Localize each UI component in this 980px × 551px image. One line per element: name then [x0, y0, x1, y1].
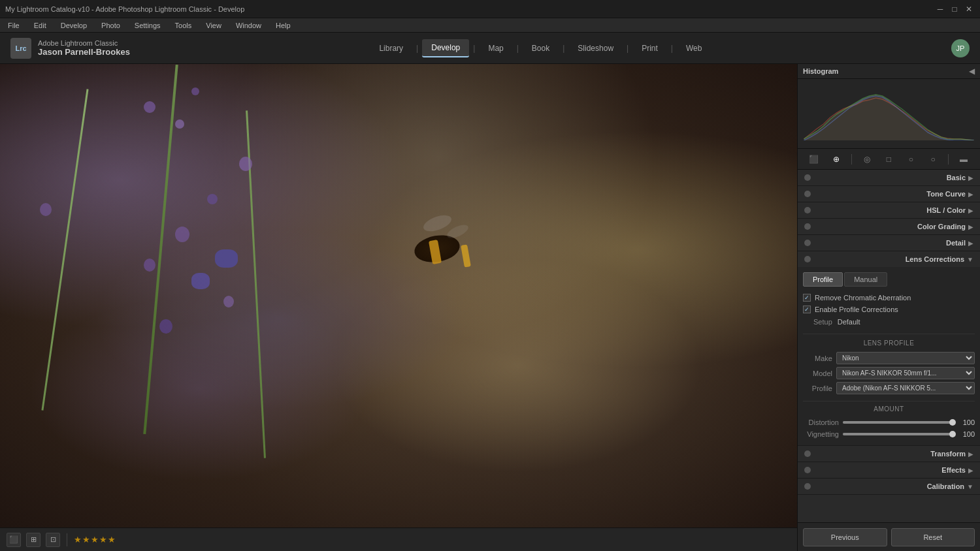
section-color-grading: Color Grading ▶	[798, 219, 980, 235]
tab-web[interactable]: Web	[677, 40, 711, 57]
adjustment-brush-tool[interactable]: ○	[926, 152, 940, 166]
distortion-value: 100	[956, 418, 975, 426]
window-controls[interactable]: ─ □ ✕	[934, 3, 975, 15]
tab-book[interactable]: Book	[523, 40, 559, 57]
section-tone-curve-title: Tone Curve	[815, 190, 966, 198]
amount-section: Amount Distortion 100	[803, 401, 975, 440]
lens-model-row: Model Nikon AF-S NIKKOR 50mm f/1...	[803, 366, 975, 381]
photo-area: ⬛ ⊞ ⊡ ★★★★★	[0, 64, 797, 551]
setup-value[interactable]: Default	[838, 318, 860, 326]
menu-settings[interactable]: Settings	[132, 20, 163, 31]
tab-develop[interactable]: Develop	[422, 39, 469, 57]
section-effects-chevron: ▶	[968, 467, 973, 474]
menu-develop[interactable]: Develop	[58, 20, 90, 31]
lens-profile-title: Lens Profile	[803, 339, 975, 347]
titlebar: My Lightroom Catalog-v10 - Adobe Photosh…	[0, 0, 980, 18]
menu-window[interactable]: Window	[233, 20, 264, 31]
section-detail-header[interactable]: Detail ▶	[798, 235, 980, 251]
section-tone-curve-toggle-icon	[804, 191, 811, 197]
section-tone-curve-header[interactable]: Tone Curve ▶	[798, 186, 980, 202]
distortion-label: Distortion	[803, 418, 839, 426]
section-transform-title: Transform	[815, 450, 966, 458]
red-eye-tool[interactable]: ◎	[860, 152, 874, 166]
histogram-title: Histogram	[803, 67, 838, 75]
panel-content: Basic ▶ Tone Curve ▶ HSL / Color	[798, 170, 980, 522]
section-basic-header[interactable]: Basic ▶	[798, 170, 980, 185]
lens-profile-select[interactable]: Adobe (Nikon AF-S NIKKOR 5...	[836, 382, 975, 394]
section-calibration-title: Calibration	[815, 482, 964, 490]
setup-label: Setup	[813, 318, 832, 326]
menu-edit[interactable]: Edit	[31, 20, 49, 31]
close-button[interactable]: ✕	[963, 3, 975, 15]
section-detail-chevron: ▶	[968, 240, 973, 247]
section-transform-chevron: ▶	[968, 450, 973, 458]
section-detail-title: Detail	[815, 239, 966, 247]
section-effects-header[interactable]: Effects ▶	[798, 462, 980, 478]
avatar: JP	[951, 39, 970, 57]
section-hsl: HSL / Color ▶	[798, 202, 980, 219]
reset-button[interactable]: Reset	[891, 528, 975, 546]
view-mode-button[interactable]: ⬛	[7, 533, 21, 547]
section-basic-toggle-icon	[804, 174, 811, 181]
menu-file[interactable]: File	[5, 20, 22, 31]
tab-slideshow[interactable]: Slideshow	[568, 40, 623, 57]
vignetting-row: Vignetting 100	[803, 428, 975, 440]
remove-chromatic-aberration-checkbox[interactable]: ✓	[803, 294, 811, 302]
section-color-grading-toggle-icon	[804, 223, 811, 230]
main-layout: ⬛ ⊞ ⊡ ★★★★★ Histogram ◀	[0, 64, 980, 551]
remove-chromatic-aberration-row: ✓ Remove Chromatic Aberration	[803, 292, 975, 304]
star-rating[interactable]: ★★★★★	[74, 535, 116, 544]
tab-map[interactable]: Map	[479, 40, 512, 57]
section-hsl-header[interactable]: HSL / Color ▶	[798, 202, 980, 218]
section-hsl-chevron: ▶	[968, 207, 973, 214]
bottom-buttons: Previous Reset	[798, 522, 980, 551]
nav-tabs: Library | Develop | Map | Book | Slidesh…	[370, 39, 711, 57]
lens-profile-tab[interactable]: Profile	[803, 272, 843, 287]
radial-filter-tool[interactable]: ○	[904, 152, 918, 166]
vignetting-value: 100	[956, 430, 975, 438]
histogram-collapse-icon[interactable]: ◀	[969, 67, 975, 76]
tab-library[interactable]: Library	[370, 40, 412, 57]
restore-button[interactable]: □	[949, 3, 960, 15]
vignetting-label: Vignetting	[803, 430, 839, 438]
distortion-slider[interactable]	[843, 421, 953, 424]
menu-view[interactable]: View	[203, 20, 224, 31]
crop-tool[interactable]: ⬛	[807, 152, 821, 166]
lens-make-row: Make Nikon	[803, 351, 975, 366]
tool-divider-1	[851, 154, 852, 165]
lens-make-label: Make	[803, 354, 832, 362]
section-transform: Transform ▶	[798, 446, 980, 462]
compare-button[interactable]: ⊞	[26, 533, 41, 547]
histogram-canvas	[798, 79, 980, 144]
lens-manual-tab[interactable]: Manual	[844, 272, 887, 287]
section-color-grading-header[interactable]: Color Grading ▶	[798, 219, 980, 234]
lens-model-select[interactable]: Nikon AF-S NIKKOR 50mm f/1...	[836, 367, 975, 379]
lens-tab-row: Profile Manual	[803, 272, 975, 287]
lens-profile-label: Profile	[803, 385, 832, 392]
section-basic-title: Basic	[815, 174, 966, 181]
section-tone-curve: Tone Curve ▶	[798, 186, 980, 202]
section-effects: Effects ▶	[798, 462, 980, 479]
survey-button[interactable]: ⊡	[46, 533, 60, 547]
menu-help[interactable]: Help	[273, 20, 293, 31]
menu-tools[interactable]: Tools	[172, 20, 195, 31]
previous-button[interactable]: Previous	[803, 528, 887, 546]
titlebar-title: My Lightroom Catalog-v10 - Adobe Photosh…	[5, 5, 244, 13]
section-color-grading-title: Color Grading	[815, 223, 966, 230]
section-transform-header[interactable]: Transform ▶	[798, 446, 980, 462]
vignetting-slider[interactable]	[843, 433, 953, 435]
app-name: Adobe Lightroom Classic	[38, 39, 130, 47]
histogram-section: Histogram ◀	[798, 64, 980, 149]
healing-tool[interactable]: ⊕	[829, 152, 843, 166]
lens-make-select[interactable]: Nikon	[836, 352, 975, 364]
minimize-button[interactable]: ─	[934, 3, 946, 15]
section-calibration: Calibration ▼	[798, 479, 980, 495]
photo-container[interactable]	[0, 64, 797, 527]
enable-profile-corrections-checkbox[interactable]: ✓	[803, 306, 811, 313]
section-lens-corrections-header[interactable]: Lens Corrections ▼	[798, 251, 980, 267]
section-calibration-header[interactable]: Calibration ▼	[798, 479, 980, 494]
graduated-filter-tool[interactable]: □	[881, 152, 896, 166]
tone-slider-icon[interactable]: ▬	[956, 152, 971, 166]
tab-print[interactable]: Print	[632, 40, 667, 57]
menu-photo[interactable]: Photo	[99, 20, 123, 31]
